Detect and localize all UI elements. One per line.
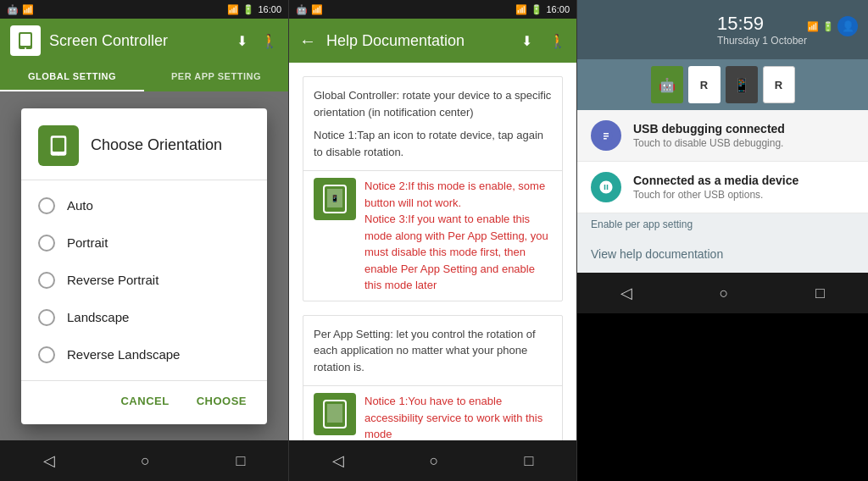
notif-date: Thursday 1 October xyxy=(717,35,807,47)
help-section-perapps: Per App Setting: let you control the rot… xyxy=(303,315,563,441)
bottom-nav-3: ◁ ○ □ xyxy=(577,273,868,313)
cancel-button[interactable]: CANCEL xyxy=(110,388,179,414)
phone-r2-label: R xyxy=(775,79,782,91)
option-reverse-portrait-label: Reverse Portrait xyxy=(67,273,159,287)
global-notice-3: Notice 3:If you want to enable this mode… xyxy=(364,213,548,291)
android-icon-2: 🤖 xyxy=(296,4,308,15)
status-bar-2: 🤖 📶 📶 🔋 16:00 xyxy=(289,0,576,19)
radio-portrait[interactable] xyxy=(38,235,55,252)
svg-rect-4 xyxy=(53,137,64,151)
choose-button[interactable]: CHOOSE xyxy=(186,388,257,414)
dialog-app-icon xyxy=(38,125,79,166)
radio-reverse-landscape[interactable] xyxy=(38,346,55,363)
back-arrow-icon[interactable]: ← xyxy=(299,31,316,51)
nav-back-2[interactable]: ◁ xyxy=(332,451,344,470)
notif-usb-subtitle: Touch to disable USB debugging. xyxy=(633,137,854,149)
battery-icon-3: 🔋 xyxy=(822,21,834,32)
download-icon[interactable]: ⬇ xyxy=(236,33,248,49)
notif-usb-debug[interactable]: USB debugging connected Touch to disable… xyxy=(577,110,868,162)
dialog-actions: CANCEL CHOOSE xyxy=(21,381,267,424)
help-app-bar: ← Help Documentation ⬇ 🚶 xyxy=(289,19,576,63)
signal-icon: 📶 xyxy=(227,4,239,15)
phone-icon-r1[interactable]: R xyxy=(688,66,721,103)
app-title: Screen Controller xyxy=(49,32,228,50)
phone-icon-android[interactable]: 🤖 xyxy=(651,66,683,103)
person-icon[interactable]: 🚶 xyxy=(261,33,278,49)
orientation-dialog: Choose Orientation Auto Portrait Reverse… xyxy=(21,108,267,424)
tab-per-app-setting[interactable]: PER APP SETTING xyxy=(144,63,288,91)
dialog-overlay: Choose Orientation Auto Portrait Reverse… xyxy=(0,91,288,440)
help-section-perapp-text: Per App Setting: let you control the rot… xyxy=(303,316,562,386)
notif-media-content: Connected as a media device Touch for ot… xyxy=(633,174,854,201)
wifi-icon-2: 📶 xyxy=(311,4,323,15)
dialog-title: Choose Orientation xyxy=(91,136,222,154)
status-time-2: 16:00 xyxy=(546,4,570,14)
nav-home-2[interactable]: ○ xyxy=(430,452,439,470)
notif-list: USB debugging connected Touch to disable… xyxy=(577,110,868,273)
nav-back-1[interactable]: ◁ xyxy=(43,451,55,470)
notif-media-icon xyxy=(591,172,621,202)
help-row-img-2 xyxy=(314,393,356,435)
nav-home-1[interactable]: ○ xyxy=(141,452,150,470)
option-landscape-label: Landscape xyxy=(67,310,129,324)
option-auto-label: Auto xyxy=(67,198,93,213)
notif-section-label: Enable per app setting xyxy=(577,213,868,235)
svg-point-2 xyxy=(25,47,26,49)
notif-usb-content: USB debugging connected Touch to disable… xyxy=(633,122,854,149)
notif-media-subtitle: Touch for other USB options. xyxy=(633,189,854,201)
radio-landscape[interactable] xyxy=(38,309,55,326)
notif-time: 15:59 xyxy=(717,13,807,35)
svg-point-5 xyxy=(58,153,59,155)
option-landscape[interactable]: Landscape xyxy=(21,299,267,336)
signal-icon-2: 📶 xyxy=(515,4,527,15)
notif-media[interactable]: Connected as a media device Touch for ot… xyxy=(577,162,868,213)
help-content: Global Controller: rotate your device to… xyxy=(289,63,576,440)
notif-media-title: Connected as a media device xyxy=(633,174,854,187)
global-intro: Global Controller: rotate your device to… xyxy=(314,87,552,120)
app-bar-icons: ⬇ 🚶 xyxy=(236,33,278,49)
option-reverse-portrait[interactable]: Reverse Portrait xyxy=(21,262,267,299)
app-icon-1 xyxy=(10,25,41,56)
status-time: 16:00 xyxy=(258,4,281,14)
phone-icon-r2[interactable]: R xyxy=(763,66,795,103)
help-row-2-text: Notice 1:You have to enable accessibilit… xyxy=(364,393,552,440)
help-row-2: Notice 1:You have to enable accessibilit… xyxy=(303,385,562,440)
dialog-header: Choose Orientation xyxy=(21,108,267,180)
battery-icon: 🔋 xyxy=(242,4,254,15)
nav-home-3[interactable]: ○ xyxy=(720,285,729,302)
option-reverse-landscape[interactable]: Reverse Landscape xyxy=(21,336,267,373)
notif-usb-icon xyxy=(591,120,621,151)
option-portrait[interactable]: Portrait xyxy=(21,224,267,262)
radio-auto[interactable] xyxy=(38,197,55,214)
help-section-global-text: Global Controller: rotate your device to… xyxy=(303,77,562,170)
status-bar-1: 🤖 📶 📶 🔋 16:00 xyxy=(0,0,288,19)
nav-recent-3[interactable]: □ xyxy=(815,285,825,302)
svg-rect-10 xyxy=(327,404,342,423)
tab-global-setting[interactable]: GLOBAL SETTING xyxy=(0,63,144,91)
panel-help: 🤖 📶 📶 🔋 16:00 ← Help Documentation ⬇ 🚶 G… xyxy=(288,0,576,481)
nav-back-3[interactable]: ◁ xyxy=(620,284,632,302)
notif-header: 15:59 Thursday 1 October 📶 🔋 👤 xyxy=(577,0,868,59)
android-small-icon: 🤖 xyxy=(659,77,676,93)
bottom-nav-2: ◁ ○ □ xyxy=(289,440,576,481)
help-section-global: Global Controller: rotate your device to… xyxy=(303,76,563,301)
profile-icon[interactable]: 👤 xyxy=(837,16,858,36)
wifi-icon: 📶 xyxy=(22,4,34,15)
notif-help-link[interactable]: View help documentation xyxy=(577,235,868,273)
status-right-2: 📶 🔋 16:00 xyxy=(515,4,570,15)
radio-reverse-portrait[interactable] xyxy=(38,272,55,289)
phone-dark-label: 📱 xyxy=(733,77,750,93)
phone-icon-dark[interactable]: 📱 xyxy=(726,66,758,103)
person-icon-2[interactable]: 🚶 xyxy=(549,33,566,49)
android-icon: 🤖 xyxy=(7,4,19,15)
status-right-icons: 📶 🔋 16:00 xyxy=(227,4,281,15)
nav-recent-2[interactable]: □ xyxy=(525,452,534,470)
dialog-options: Auto Portrait Reverse Portrait Landscape xyxy=(21,180,267,380)
help-row-1: 📱 Notice 2:If this mode is enable, some … xyxy=(303,170,562,301)
nav-recent-1[interactable]: □ xyxy=(236,452,245,470)
download-icon-2[interactable]: ⬇ xyxy=(521,33,532,49)
option-reverse-landscape-label: Reverse Landscape xyxy=(67,347,180,362)
option-auto[interactable]: Auto xyxy=(21,187,267,224)
perapp-intro: Per App Setting: let you control the rot… xyxy=(314,326,552,376)
main-content-1: Choose Orientation Auto Portrait Reverse… xyxy=(0,91,288,440)
